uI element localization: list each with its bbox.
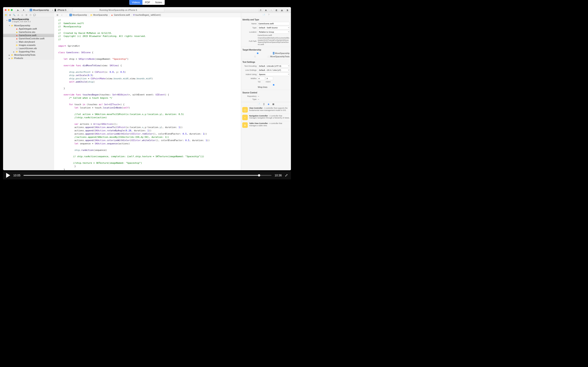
project-navigator: ▼ A MoveSpaceship 2 targets, iOS SDK 8.3…: [3, 17, 54, 60]
file-tree-item[interactable]: ▼📁MoveSpaceship: [3, 24, 54, 27]
forward-icon[interactable]: ›: [64, 13, 68, 17]
panel-bottom-button[interactable]: ⬓: [280, 8, 284, 12]
time-current: 10:05: [13, 174, 20, 177]
test-nav-icon[interactable]: ◇: [20, 13, 24, 17]
tab-notes[interactable]: Notes: [153, 0, 164, 5]
full-path: /Users/DavidMcMahon/Documents/Bluewater2…: [258, 37, 290, 45]
project-icon: A: [9, 19, 11, 22]
file-tree-item[interactable]: ◫Main.storyboard: [3, 40, 54, 44]
file-tree-item[interactable]: ◆GameScene.sks: [3, 31, 54, 34]
indent-using-select[interactable]: Spaces: [258, 73, 290, 76]
file-tree-item[interactable]: 📁Images.xcassets: [3, 44, 54, 47]
library-item[interactable]: ≡ Table View Controller - A controller t…: [241, 121, 291, 129]
tab-width-field[interactable]: [258, 77, 265, 80]
source-editor: ⊞ ‹ › AMoveSpaceship › 📁MoveSpaceship › …: [54, 13, 241, 170]
time-total: 10:36: [275, 174, 282, 177]
code-area[interactable]: // // GameScene.swift // MoveSpaceship /…: [54, 17, 241, 170]
toolbar: ▶ ■ AMoveSpaceship › 📱 iPhone 6 Running …: [3, 7, 291, 13]
file-tree-item[interactable]: ◫LaunchScreen.xib: [3, 47, 54, 50]
folder-icon: 📁: [16, 50, 18, 53]
lib-object-icon[interactable]: ◉: [268, 103, 269, 105]
target-app-checkbox[interactable]: [243, 53, 272, 54]
fullscreen-icon[interactable]: ⤢: [285, 173, 288, 178]
progress-thumb[interactable]: [258, 174, 260, 176]
run-button[interactable]: ▶: [16, 8, 20, 12]
name-field[interactable]: [258, 22, 290, 25]
folder-icon: 📁: [11, 57, 13, 59]
location-file: GameScene.swift: [241, 34, 291, 37]
back-icon[interactable]: ‹: [60, 13, 64, 17]
maximize-icon[interactable]: [11, 9, 13, 11]
doc-tabs: Videos PDF Notes: [129, 0, 164, 5]
xcode-window: ▶ ■ AMoveSpaceship › 📱 iPhone 6 Running …: [3, 7, 291, 170]
library-item-icon: ‹: [242, 115, 248, 120]
folder-icon: 📁: [11, 54, 13, 56]
editor-standard-button[interactable]: ☰: [259, 8, 263, 12]
symbol-nav-icon[interactable]: ⊞: [8, 13, 12, 17]
play-button[interactable]: [6, 173, 10, 178]
tab-videos[interactable]: Videos: [130, 0, 143, 5]
project-root[interactable]: ▼ A MoveSpaceship 2 targets, iOS SDK 8.3: [3, 17, 54, 24]
navigator-tabs: 📁 ⊞ 🔍 ⚠ ◇ ☲ ⬠ 💬: [3, 13, 54, 17]
file-tree-item[interactable]: ▶📁Supporting Files: [3, 50, 54, 53]
library-item-icon: ◻: [242, 107, 248, 113]
related-items-icon[interactable]: ⊞: [55, 13, 60, 17]
folder-icon: 📁: [16, 44, 18, 47]
file-tree-item[interactable]: ◆GameViewController.swift: [3, 37, 54, 40]
file-tree-item[interactable]: ▶📁Products: [3, 57, 54, 60]
minimize-icon[interactable]: [8, 9, 9, 11]
lib-code-icon[interactable]: {}: [263, 103, 265, 105]
window-controls: [5, 9, 13, 11]
encoding-select[interactable]: Default - Unicode (UTF-8): [258, 64, 290, 68]
sks-icon: ◆: [16, 31, 18, 33]
folder-icon: 📁: [11, 25, 13, 27]
library-item[interactable]: ◻ View Controller - A controller that su…: [241, 106, 291, 114]
swift-icon: ◆: [16, 38, 18, 40]
app-icon: A: [30, 9, 32, 11]
file-tree-item[interactable]: ▶📁MoveSpaceshipTests: [3, 53, 54, 57]
swift-icon: ◆: [16, 28, 18, 30]
close-icon[interactable]: [5, 9, 7, 11]
location-select[interactable]: Relative to Group: [258, 30, 290, 34]
lib-media-icon[interactable]: ▦: [272, 103, 274, 105]
library-item-icon: ≡: [242, 122, 248, 128]
sb-icon: ◫: [16, 47, 18, 50]
swift-icon: ◆: [16, 34, 18, 37]
file-tree-item[interactable]: ◆GameScene.swift: [3, 34, 54, 37]
panel-left-button[interactable]: ◧: [274, 8, 279, 12]
help-inspector-icon[interactable]: ?: [268, 14, 269, 16]
video-controls: 10:05 10:36 ⤢: [3, 171, 291, 179]
target-header: Target Membership: [241, 48, 291, 52]
lib-file-icon[interactable]: 📄: [258, 103, 260, 105]
panel-right-button[interactable]: ◨: [285, 8, 289, 12]
inspector-panel: 📄 ? Identity and Type Name TypeDefault -…: [241, 13, 291, 170]
progress-bar[interactable]: [24, 175, 272, 176]
project-nav-icon[interactable]: 📁: [4, 13, 8, 17]
indent-width-field[interactable]: [266, 77, 273, 80]
target-tests-checkbox[interactable]: [243, 56, 267, 57]
library-item[interactable]: ‹ Navigation Controller - A controller t…: [241, 114, 291, 122]
issue-nav-icon[interactable]: ⚠: [16, 13, 20, 17]
source-control-header: Source Control: [241, 91, 291, 95]
line-endings-select[interactable]: Default - OS X / Unix (LF): [258, 68, 290, 72]
find-nav-icon[interactable]: 🔍: [12, 13, 16, 17]
stop-button[interactable]: ■: [21, 8, 26, 12]
type-select[interactable]: Default - Swift Source: [258, 26, 290, 30]
activity-status: Running MoveSpaceship on iPhone 6: [72, 8, 164, 12]
text-settings-header: Text Settings: [241, 60, 291, 64]
scheme-selector[interactable]: AMoveSpaceship › 📱 iPhone 6: [28, 8, 68, 12]
jump-bar[interactable]: ⊞ ‹ › AMoveSpaceship › 📁MoveSpaceship › …: [54, 13, 241, 17]
wrap-lines-checkbox[interactable]: [258, 84, 290, 86]
report-nav-icon[interactable]: 💬: [33, 13, 36, 17]
file-inspector-icon[interactable]: 📄: [263, 14, 265, 16]
tab-pdf[interactable]: PDF: [143, 0, 153, 5]
identity-header: Identity and Type: [241, 18, 291, 22]
editor-version-button[interactable]: ↔: [269, 8, 273, 12]
debug-nav-icon[interactable]: ☲: [24, 13, 28, 17]
file-tree-item[interactable]: ◆AppDelegate.swift: [3, 27, 54, 31]
breakpoint-nav-icon[interactable]: ⬠: [28, 13, 33, 17]
sb-icon: ◫: [16, 41, 18, 43]
editor-assistant-button[interactable]: ◉: [264, 8, 268, 12]
